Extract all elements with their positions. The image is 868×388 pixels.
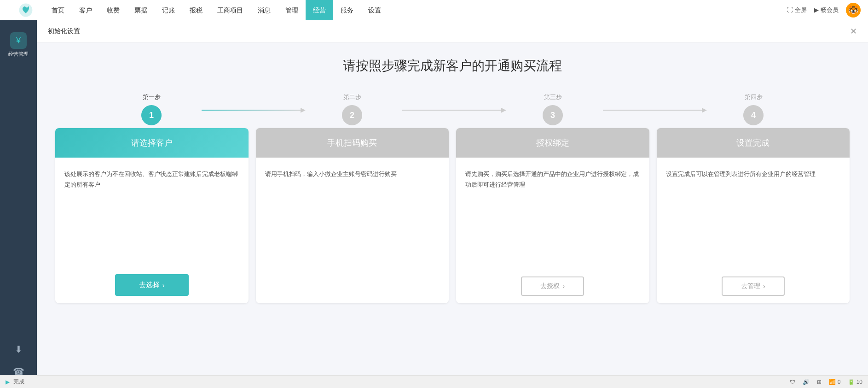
fullscreen-icon: ⛶ bbox=[787, 6, 793, 13]
top-nav: 首页 客户 收费 票据 记账 报税 工商项目 消息 管理 经营 服务 设置 ⛶ … bbox=[0, 0, 868, 20]
status-bar: ▶ 完成 🛡 🔊 ⊞ 📶 0 🔋 10 bbox=[0, 375, 868, 388]
nav-settings[interactable]: 设置 bbox=[361, 0, 388, 20]
nav-operation[interactable]: 经营 bbox=[306, 0, 333, 20]
card-3-footer: 去授权 › bbox=[456, 269, 649, 303]
step-2-node: 第二步 2 bbox=[302, 93, 402, 125]
sidebar-bottom: ⬇ ☎ bbox=[9, 340, 28, 381]
go-manage-button[interactable]: 去管理 › bbox=[722, 276, 785, 296]
step-card-1: 请选择客户 该处展示的客户为不在回收站、客户状态正常建账后完成老板端绑定的所有客… bbox=[55, 128, 249, 303]
step-card-3: 授权绑定 请先购买，购买后选择开通的产品中的企业用户进行授权绑定，成功后即可进行… bbox=[456, 128, 649, 303]
logo[interactable] bbox=[7, 3, 44, 18]
connector-3-4: ▶ bbox=[603, 110, 703, 111]
shield-icon: 🛡 bbox=[790, 379, 795, 385]
nav-message[interactable]: 消息 bbox=[250, 0, 278, 20]
close-button[interactable]: ✕ bbox=[850, 26, 857, 36]
nav-right: ⛶ 全屏 ▶ 畅会员 🐯 bbox=[787, 3, 861, 18]
go-select-button[interactable]: 去选择 › bbox=[115, 274, 189, 296]
nav-customer[interactable]: 客户 bbox=[72, 0, 99, 20]
main-content: 请按照步骤完成新客户的开通购买流程 第一步 1 ▶ 第二步 2 bbox=[37, 42, 868, 388]
arrow-icon-3: › bbox=[562, 282, 565, 290]
sidebar: ¥ 经营管理 ⬇ ☎ bbox=[0, 20, 37, 388]
card-1-footer: 去选择 › bbox=[55, 267, 249, 303]
step-1-label: 第一步 bbox=[143, 93, 161, 101]
card-4-header: 设置完成 bbox=[657, 128, 850, 158]
card-3-header: 授权绑定 bbox=[456, 128, 649, 158]
card-2-header: 手机扫码购买 bbox=[256, 128, 449, 158]
nav-tax[interactable]: 报税 bbox=[182, 0, 210, 20]
fullscreen-btn[interactable]: ⛶ 全屏 bbox=[787, 6, 807, 14]
page-title: 初始化设置 bbox=[48, 27, 80, 35]
nav-bookkeeping[interactable]: 记账 bbox=[155, 0, 182, 20]
step-3-circle: 3 bbox=[543, 105, 563, 125]
status-right: 🛡 🔊 ⊞ 📶 0 🔋 10 bbox=[790, 379, 862, 385]
main-area: 初始化设置 ✕ 请按照步骤完成新客户的开通购买流程 第一步 1 ▶ 第二步 2 bbox=[37, 20, 868, 388]
main-nav: 首页 客户 收费 票据 记账 报税 工商项目 消息 管理 经营 服务 设置 bbox=[44, 0, 787, 20]
step-3-label: 第三步 bbox=[544, 93, 562, 101]
cards-grid: 请选择客户 该处展示的客户为不在回收站、客户状态正常建账后完成老板端绑定的所有客… bbox=[55, 128, 850, 303]
arrow-icon-1: › bbox=[162, 281, 165, 289]
member-btn[interactable]: ▶ 畅会员 bbox=[814, 6, 839, 14]
nav-invoice[interactable]: 票据 bbox=[127, 0, 155, 20]
step-1-circle: 1 bbox=[141, 105, 162, 125]
step-4-node: 第四步 4 bbox=[703, 93, 804, 125]
download-icon[interactable]: ⬇ bbox=[11, 340, 26, 359]
volume-icon: 🔊 bbox=[803, 379, 810, 385]
connector-2-3: ▶ bbox=[402, 110, 503, 111]
operation-icon: ¥ bbox=[10, 32, 27, 49]
card-4-footer: 去管理 › bbox=[657, 269, 850, 303]
battery-status: 🔋 10 bbox=[848, 379, 862, 385]
step-card-4: 设置完成 设置完成后可以在管理列表进行所有企业用户的经营管理 去管理 › bbox=[657, 128, 850, 303]
step-2-circle: 2 bbox=[342, 105, 362, 125]
connector-1-2: ▶ bbox=[202, 110, 302, 111]
main-title: 请按照步骤完成新客户的开通购买流程 bbox=[55, 57, 850, 75]
nav-home[interactable]: 首页 bbox=[44, 0, 72, 20]
card-1-body: 该处展示的客户为不在回收站、客户状态正常建账后完成老板端绑定的所有客户 bbox=[55, 158, 249, 267]
step-card-2: 手机扫码购买 请用手机扫码，输入小微企业主账号密码进行购买 bbox=[256, 128, 449, 303]
user-avatar[interactable]: 🐯 bbox=[846, 3, 861, 18]
step-1-node: 第一步 1 bbox=[101, 93, 202, 125]
step-4-circle: 4 bbox=[743, 105, 764, 125]
arrow-icon-4: › bbox=[763, 282, 765, 290]
keyboard-icon: ⊞ bbox=[817, 379, 822, 385]
card-4-body: 设置完成后可以在管理列表进行所有企业用户的经营管理 bbox=[657, 158, 850, 269]
step-4-label: 第四步 bbox=[745, 93, 763, 101]
nav-manage[interactable]: 管理 bbox=[278, 0, 306, 20]
card-1-header: 请选择客户 bbox=[55, 128, 249, 158]
card-3-body: 请先购买，购买后选择开通的产品中的企业用户进行授权绑定，成功后即可进行经营管理 bbox=[456, 158, 649, 269]
go-authorize-button[interactable]: 去授权 › bbox=[521, 276, 584, 296]
page-header: 初始化设置 ✕ bbox=[37, 20, 868, 42]
card-2-footer bbox=[256, 277, 449, 303]
step-3-node: 第三步 3 bbox=[503, 93, 603, 125]
play-icon: ▶ bbox=[814, 6, 819, 13]
nav-billing[interactable]: 收费 bbox=[99, 0, 127, 20]
network-status: 📶 0 bbox=[829, 379, 840, 385]
status-text: 完成 bbox=[13, 378, 24, 386]
card-2-body: 请用手机扫码，输入小微企业主账号密码进行购买 bbox=[256, 158, 449, 277]
step-2-label: 第二步 bbox=[343, 93, 361, 101]
play-button[interactable]: ▶ bbox=[6, 379, 10, 385]
nav-business[interactable]: 工商项目 bbox=[210, 0, 250, 20]
sidebar-item-operation[interactable]: ¥ 经营管理 bbox=[0, 28, 37, 62]
nav-service[interactable]: 服务 bbox=[333, 0, 361, 20]
